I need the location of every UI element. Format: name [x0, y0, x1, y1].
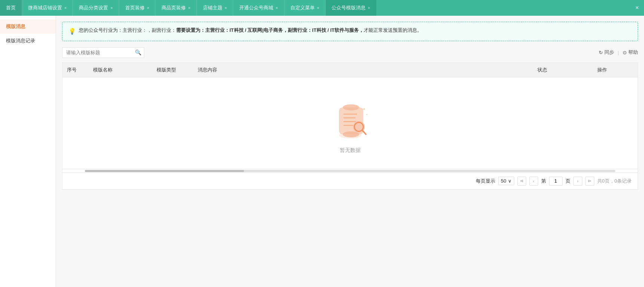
nav-tab-close-shop-theme[interactable]: ×	[225, 6, 227, 10]
table-col-3: 消息内容	[193, 63, 533, 77]
page-size-chevron: ∨	[508, 178, 512, 184]
nav-tab-shop-theme[interactable]: 店铺主题×	[197, 0, 233, 16]
svg-line-9	[363, 131, 366, 134]
main-layout: 模版消息模版消息记录 💡 您的公众号行业为：主营行业：，副营行业：需要设置为：主…	[0, 16, 644, 287]
nav-tab-custom-menu[interactable]: 自定义菜单×	[284, 0, 326, 16]
search-input[interactable]	[62, 47, 144, 58]
sync-icon: ↻	[599, 50, 603, 55]
nav-tab-close-home-decor[interactable]: ×	[147, 6, 149, 10]
first-page-button[interactable]: ⊲	[517, 177, 526, 186]
search-icon[interactable]: 🔍	[135, 49, 141, 55]
page-size-value: 50	[501, 178, 506, 184]
nav-tab-open-mall[interactable]: 开通公众号商城×	[233, 0, 284, 16]
help-icon: ⊙	[623, 50, 627, 55]
nav-tab-close-category-settings[interactable]: ×	[110, 6, 113, 10]
notice-banner: 💡 您的公众号行业为：主营行业：，副营行业：需要设置为：主营行业：IT科技 / …	[62, 22, 638, 41]
nav-tab-home[interactable]: 首页	[0, 0, 22, 16]
sync-button[interactable]: ↻ 同步	[599, 49, 614, 56]
current-page-input[interactable]	[549, 177, 563, 186]
nav-tab-category-settings[interactable]: 商品分类设置×	[73, 0, 119, 16]
nav-tab-close-shop-settings[interactable]: ×	[64, 6, 67, 10]
sidebar-item-template-msg-log[interactable]: 模版消息记录	[0, 34, 56, 48]
table-wrap: 序号模版名称模版类型消息内容状态操作	[62, 62, 638, 190]
page-summary: 共0页，0条记录	[597, 178, 632, 184]
top-nav: 首页微商城店铺设置×商品分类设置×首页装修×商品页装修×店铺主题×开通公众号商城…	[0, 0, 644, 16]
scrollbar-track	[85, 170, 615, 172]
table-header: 序号模版名称模版类型消息内容状态操作	[62, 63, 638, 77]
nav-tab-close-template-msg[interactable]: ×	[368, 6, 370, 10]
empty-illustration: ✦ ✦	[330, 100, 371, 141]
sidebar: 模版消息模版消息记录	[0, 16, 56, 287]
svg-text:✦: ✦	[363, 107, 366, 111]
table-col-4: 状态	[533, 63, 593, 77]
nav-tab-home-decor[interactable]: 首页装修×	[119, 0, 155, 16]
toolbar-right: ↻ 同步 | ⊙ 帮助	[599, 49, 638, 56]
content-area: 💡 您的公众号行业为：主营行业：，副营行业：需要设置为：主营行业：IT科技 / …	[56, 16, 644, 287]
next-page-button[interactable]: ›	[573, 177, 582, 186]
sidebar-item-template-msg[interactable]: 模版消息	[0, 19, 56, 34]
page-size-label: 每页显示	[476, 178, 495, 184]
page-size-select[interactable]: 50 ∨	[498, 177, 514, 185]
svg-text:✦: ✦	[366, 113, 368, 116]
horizontal-scrollbar[interactable]	[62, 169, 638, 172]
nav-tab-close-custom-menu[interactable]: ×	[317, 6, 319, 10]
table-col-5: 操作	[593, 63, 638, 77]
nav-tab-shop-settings[interactable]: 微商城店铺设置×	[22, 0, 73, 16]
nav-tab-close-product-decor[interactable]: ×	[188, 6, 190, 10]
last-page-button[interactable]: ⊳	[585, 177, 594, 186]
close-all-button[interactable]: ×	[630, 0, 644, 16]
search-input-wrap: 🔍	[62, 47, 144, 58]
table-col-0: 序号	[62, 63, 89, 77]
nav-tab-close-open-mall[interactable]: ×	[275, 6, 278, 10]
empty-text: 暂无数据	[340, 147, 361, 154]
help-button[interactable]: ⊙ 帮助	[623, 49, 638, 56]
svg-point-1	[343, 104, 359, 110]
notice-icon: 💡	[68, 27, 76, 36]
search-bar: 🔍 ↻ 同步 | ⊙ 帮助	[62, 47, 638, 58]
page-di-label: 第	[541, 178, 546, 184]
prev-page-button[interactable]: ‹	[529, 177, 538, 186]
page-unit-label: 页	[566, 178, 570, 184]
nav-tab-product-decor[interactable]: 商品页装修×	[155, 0, 197, 16]
notice-text: 您的公众号行业为：主营行业：，副营行业：需要设置为：主营行业：IT科技 / 互联…	[79, 27, 422, 34]
empty-state: ✦ ✦ 暂无数据	[62, 77, 638, 169]
table-col-1: 模版名称	[89, 63, 152, 77]
scrollbar-thumb[interactable]	[85, 170, 244, 172]
pagination-bar: 每页显示 50 ∨ ⊲ ‹ 第 页 › ⊳ 共0页，0条记录	[62, 172, 638, 189]
toolbar-divider: |	[618, 50, 619, 55]
table-col-2: 模版类型	[152, 63, 193, 77]
nav-tab-template-msg[interactable]: 公众号模版消息×	[326, 0, 376, 16]
